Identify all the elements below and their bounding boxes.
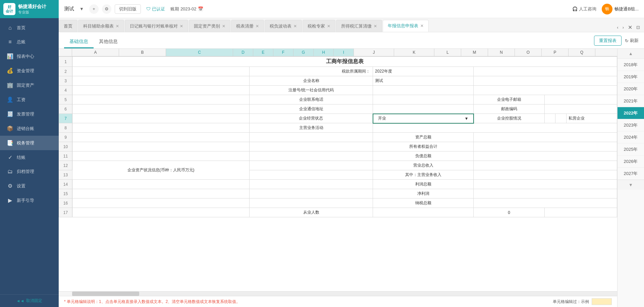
refresh-button[interactable]: ↻ 刷新 (625, 36, 639, 46)
subtab-other[interactable]: 其他信息 (94, 36, 123, 48)
cell-11-b[interactable] (250, 151, 373, 161)
cell-3-a[interactable] (72, 76, 250, 86)
cell-17-l[interactable] (545, 208, 617, 217)
sidebar-collapse-button[interactable]: ◄◄ 取消固定 (0, 294, 59, 307)
cell-7-j[interactable]: 企业控股情况 (474, 114, 545, 123)
year-item-2021[interactable]: 2021年 (618, 95, 644, 107)
cell-2-j[interactable] (474, 67, 617, 76)
cell-5-c[interactable] (373, 95, 474, 104)
year-item-2019[interactable]: 2019年 (618, 71, 644, 83)
cell-9-b[interactable] (250, 133, 373, 142)
cell-5-j[interactable]: 企业电子邮箱 (474, 95, 545, 104)
year-item-2023[interactable]: 2023年 (618, 119, 644, 131)
tab-tax-wave-close[interactable]: ✕ (293, 24, 297, 29)
sidebar-item-report[interactable]: 📊 报表中心 (0, 49, 59, 63)
year-item-2022[interactable]: 2022年 (618, 107, 644, 119)
tab-bank-close[interactable]: ✕ (180, 24, 183, 29)
cell-14-b[interactable] (250, 180, 373, 189)
cell-17-a[interactable] (72, 208, 250, 217)
cell-7-l[interactable] (545, 114, 555, 123)
cell-7-c[interactable]: 开业 ▼ (373, 114, 474, 123)
cell-2-b[interactable]: 税款所属期间： (250, 67, 373, 76)
cell-7-b[interactable]: 企业经营状态 (250, 114, 373, 123)
title-cell[interactable]: 工商年报信息表 (72, 57, 617, 67)
sidebar-item-fund[interactable]: 💰 资金管理 (0, 63, 59, 78)
cell-6-l[interactable] (545, 104, 617, 114)
sidebar-item-invoice[interactable]: 🧾 发票管理 (0, 107, 59, 121)
year-scroll-up-button[interactable]: ▲ (618, 49, 644, 59)
cell-15-b[interactable] (250, 189, 373, 199)
cell-5-l[interactable] (545, 95, 617, 104)
year-item-2026[interactable]: 2026年 (618, 156, 644, 168)
cell-2-c[interactable]: 2022年度 (373, 67, 474, 76)
sidebar-item-wages[interactable]: 👤 工资 (0, 92, 59, 107)
add-button[interactable]: + (89, 4, 99, 14)
cell-13-c[interactable]: 其中：主营业务收入 (373, 170, 474, 180)
calendar-icon[interactable]: 📅 (198, 6, 203, 11)
tab-fixed-asset-type[interactable]: 固定资产类别 ✕ (189, 20, 230, 32)
cell-10-c[interactable]: 所有者权益合计 (373, 142, 474, 151)
cell-8-a[interactable] (72, 123, 250, 133)
cell-12-c[interactable]: 营业总收入 (373, 161, 474, 170)
tab-tax-expert[interactable]: 税检专家 ✕ (303, 20, 335, 32)
cell-14-a[interactable] (72, 180, 250, 189)
cell-17-b[interactable]: 从业人数 (250, 208, 373, 217)
cell-16-b[interactable] (250, 199, 373, 208)
cell-3-b[interactable]: 企业名称 (250, 76, 373, 86)
tab-annual-report-close[interactable]: ✕ (420, 24, 424, 28)
cell-14-j[interactable] (474, 180, 617, 189)
dropdown-cell[interactable]: 开业 ▼ (375, 116, 471, 121)
cell-7-a[interactable] (72, 114, 250, 123)
cell-7-o[interactable]: 私营企业 (566, 114, 617, 123)
cell-17-c[interactable] (373, 208, 474, 217)
cell-10-b[interactable] (250, 142, 373, 151)
tab-tax-form-close[interactable]: ✕ (256, 24, 259, 29)
cell-16-c[interactable]: 纳税总额 (373, 199, 474, 208)
sidebar-item-close[interactable]: ✓ 结账 (0, 150, 59, 165)
cell-12-b[interactable] (250, 161, 373, 170)
cell-12-a[interactable]: 企业资产状况信息(币种：人民币万元) (72, 161, 250, 180)
consult-button[interactable]: 🎧 人工咨询 (572, 6, 596, 12)
cell-15-a[interactable] (72, 189, 250, 199)
tab-prev-arrow[interactable]: ‹ (615, 24, 620, 31)
sidebar-item-fixed-asset[interactable]: 🏢 固定资产 (0, 78, 59, 92)
cell-5-a[interactable] (72, 95, 250, 104)
cell-11-a[interactable] (72, 151, 250, 161)
cell-15-c[interactable]: 净利润 (373, 189, 474, 199)
tab-aux-close[interactable]: ✕ (116, 24, 119, 29)
cell-16-j[interactable] (474, 199, 617, 208)
cell-16-a[interactable] (72, 199, 250, 208)
cell-7-n[interactable] (555, 114, 566, 123)
tab-next-arrow[interactable]: › (621, 24, 625, 31)
cell-11-c[interactable]: 负债总额 (373, 151, 474, 161)
tab-income-tax[interactable]: 所得税汇算清缴 ✕ (336, 20, 382, 32)
sidebar-item-tax[interactable]: 📑 税务管理 (0, 136, 59, 150)
cell-4-a[interactable] (72, 86, 250, 95)
tab-fixed-asset-type-close[interactable]: ✕ (222, 24, 225, 29)
sidebar-item-stock[interactable]: 📦 进销台账 (0, 121, 59, 136)
tab-close-all[interactable]: ✕ (627, 23, 634, 32)
year-item-2025[interactable]: 2025年 (618, 143, 644, 156)
cell-9-c[interactable]: 资产总额 (373, 133, 474, 142)
year-scroll-down-button[interactable]: ▼ (618, 180, 644, 190)
scroll-thumb[interactable] (72, 292, 139, 296)
cell-4-c[interactable] (373, 86, 474, 95)
cell-6-a[interactable] (72, 104, 250, 114)
cell-15-j[interactable] (474, 189, 617, 199)
cell-9-a[interactable] (72, 133, 250, 142)
tab-home[interactable]: 首页 (59, 20, 77, 32)
sidebar-item-home[interactable]: ⌂ 首页 (0, 21, 59, 35)
tab-tax-expert-close[interactable]: ✕ (327, 24, 330, 29)
cell-6-c[interactable] (373, 104, 474, 114)
cell-5-b[interactable]: 企业联系电话 (250, 95, 373, 104)
cell-4-j[interactable] (474, 86, 617, 95)
switch-version-button[interactable]: 切到旧版 (115, 4, 141, 14)
horizontal-scrollbar[interactable] (59, 291, 617, 296)
dropdown-arrow-icon[interactable]: ▼ (465, 116, 469, 121)
cell-9-j[interactable] (474, 133, 617, 142)
cell-11-j[interactable] (474, 151, 617, 161)
sidebar-item-guide[interactable]: ▶ 新手引导 (0, 193, 59, 208)
tab-bank[interactable]: 日记账与银行对账单核对 ✕ (125, 20, 188, 32)
cell-8-c[interactable] (373, 123, 617, 133)
cell-17-j[interactable]: 0 (474, 208, 545, 217)
